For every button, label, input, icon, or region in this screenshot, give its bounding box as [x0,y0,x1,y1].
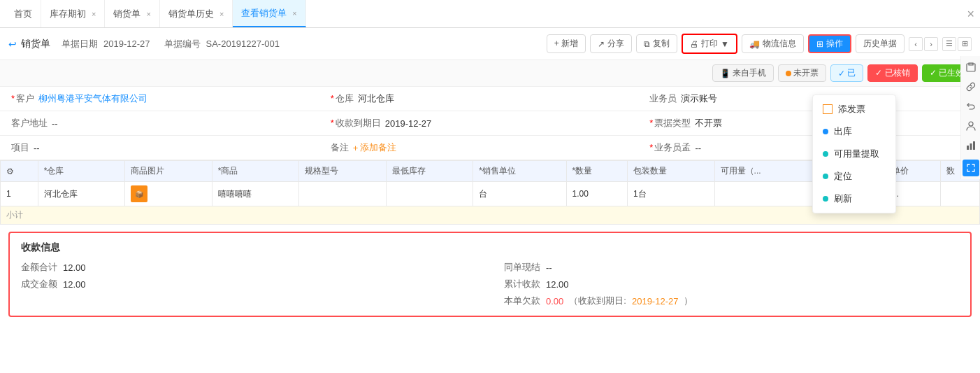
sidebar-clipboard-icon[interactable] [963,59,979,76]
form-header-left: ↩ 销货单 单据日期 2019-12-27 单据编号 SA-20191227-0… [8,38,280,50]
customer-value[interactable]: 柳州粤港平安气体有限公司 [38,92,147,105]
tab-view-sales[interactable]: 查看销货单 × [233,0,305,27]
phone-icon: 📱 [720,69,730,78]
new-button[interactable]: + 新增 [547,34,586,53]
note-field: 备注 + 添加备注 [331,141,650,154]
prev-button[interactable]: ‹ [909,37,923,51]
sidebar-return-icon[interactable] [963,98,979,115]
row-available [714,182,815,206]
sidebar-chart-icon[interactable] [963,137,979,154]
transaction-amount-label: 成交金额 [21,278,57,290]
available-dot [823,151,828,157]
history-button[interactable]: 历史单据 [856,34,905,53]
total-amount-row: 金额合计 12.00 [21,261,476,274]
sidebar-link-icon[interactable] [963,78,979,95]
customer-field: 客户 柳州粤港平安气体有限公司 [11,92,331,105]
tab-bar-close-btn[interactable]: × [967,6,974,21]
warehouse-label: 仓库 [331,92,354,105]
action-bar: 📱 来自手机 未开票 ✓ 已 ✓ 已核销 ✓ 已生效 [0,60,980,87]
payment-date-label: 收款到期日 [331,117,381,129]
dropdown-available-qty[interactable]: 可用量提取 [813,143,895,165]
total-amount-value: 12.00 [63,262,86,273]
same-order-settle-label: 同单现结 [504,261,540,274]
not-open-icon [786,71,791,76]
tab-inventory-init[interactable]: 库存期初 × [41,0,105,27]
col-min-stock: 最低库存 [386,161,473,182]
history-label: 历史单据 [863,38,897,50]
view-icons: ☰ ⊞ [942,37,972,51]
checked-partial-btn[interactable]: ✓ 已 [830,64,863,82]
tab-sales-order[interactable]: 销货单 × [105,0,159,27]
staff2-value: -- [695,143,701,153]
print-arrow: ▼ [721,39,729,49]
from-phone-btn[interactable]: 📱 来自手机 [712,64,774,82]
staff-field: 业务员 演示账号 [649,92,969,105]
sidebar-user-icon[interactable] [963,118,979,134]
tab-inventory-label: 库存期初 [50,8,86,20]
tab-sales-close[interactable]: × [146,10,150,18]
checked-icon: ✓ [838,69,845,78]
summary-title: 收款信息 [21,241,959,254]
arrears-due-date: （收款到期日: [569,295,626,307]
add-note-btn[interactable]: + 添加备注 [353,141,397,154]
logistics-button[interactable]: 🚚 物流信息 [742,34,804,53]
operate-button[interactable]: ⊞ 操作 [808,34,851,53]
row-img: 📦 [125,182,212,206]
dropdown-refresh[interactable]: 刷新 [813,188,895,210]
address-field: 客户地址 -- [11,117,331,129]
copy-icon: ⧉ [644,39,650,49]
row-sales-unit: 台 [473,182,566,206]
next-button[interactable]: › [924,37,938,51]
sold-label: ✓ 已核销 [875,67,909,79]
same-order-settle-value: -- [546,262,552,273]
not-open-btn[interactable]: 未开票 [778,64,826,82]
transaction-amount-row: 成交金额 12.00 [21,278,476,290]
dropdown-locate[interactable]: 定位 [813,165,895,188]
add-invoice-box-icon [823,104,833,114]
copy-button[interactable]: ⧉ 复制 [636,34,677,53]
tab-view-label: 查看销货单 [241,7,287,20]
cumulative-payment-label: 累计收款 [504,278,540,290]
tab-view-close[interactable]: × [292,9,296,17]
col-gear[interactable]: ⚙ [1,161,38,182]
dropdown-menu: 添发票 出库 可用量提取 定位 刷新 [812,94,896,213]
add-note-icon: + [353,143,359,153]
share-label: 分享 [607,38,624,50]
effect-label: ✓ 已生效 [930,67,964,79]
tab-history-close[interactable]: × [219,10,224,18]
print-icon: 🖨 [690,39,698,49]
arrears-bracket-close: ） [684,295,693,307]
grid-view-icon[interactable]: ⊞ [958,37,972,51]
tab-sales-label: 销货单 [113,8,140,20]
col-pack-qty: 包装数量 [628,161,715,182]
no-value: SA-20191227-001 [206,38,280,49]
dropdown-add-invoice[interactable]: 添发票 [813,98,895,120]
available-qty-label: 可用量提取 [834,148,879,160]
tab-history-label: 销货单历史 [168,8,214,20]
print-button[interactable]: 🖨 打印 ▼ [682,34,737,54]
staff2-label: 业务员孟 [649,141,691,154]
summary-grid: 金额合计 12.00 成交金额 12.00 同单现结 -- 累计收款 [21,261,959,307]
staff2-field: 业务员孟 -- [649,141,969,154]
transaction-amount-value: 12.00 [63,279,86,290]
logistics-icon: 🚚 [749,39,760,49]
share-button[interactable]: ↗ 分享 [590,34,632,53]
current-arrears-value: 0.00 [546,296,563,307]
tab-home[interactable]: 首页 [6,0,41,27]
locate-label: 定位 [834,170,852,183]
row-index: 1 [1,182,38,206]
row-spec [299,182,387,206]
sidebar-expand-icon[interactable] [963,160,979,176]
list-view-icon[interactable]: ☰ [942,37,956,51]
refresh-dot [823,196,828,202]
sold-btn[interactable]: ✓ 已核销 [867,64,917,82]
tab-inventory-close[interactable]: × [92,10,96,18]
outbound-dot [823,129,828,134]
tab-home-label: 首页 [14,8,32,20]
tab-sales-history[interactable]: 销货单历史 × [160,0,233,27]
operate-label: 操作 [826,38,843,50]
row-warehouse: 河北仓库 [38,182,125,206]
logistics-label: 物流信息 [763,38,796,50]
form-header: ↩ 销货单 单据日期 2019-12-27 单据编号 SA-20191227-0… [0,28,980,60]
dropdown-outbound[interactable]: 出库 [813,120,895,143]
